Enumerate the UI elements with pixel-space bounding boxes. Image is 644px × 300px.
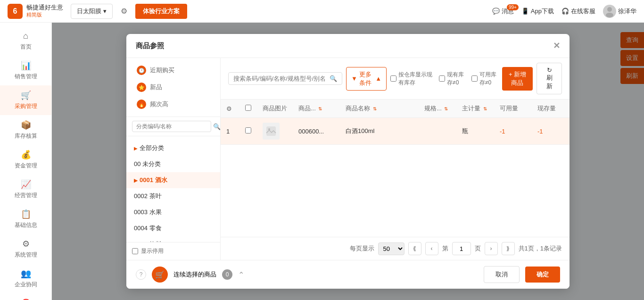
continue-select-label: 连续选择的商品 bbox=[173, 270, 216, 279]
select-all-checkbox[interactable] bbox=[245, 105, 251, 111]
new-product-icon: ⭐ bbox=[137, 83, 146, 92]
category-label: 0004 零食 bbox=[134, 225, 162, 232]
help-button[interactable]: ? bbox=[136, 269, 146, 280]
sidebar-item-basics[interactable]: 📋 基础信息 bbox=[0, 204, 51, 234]
store-selector[interactable]: 日太阳膜 ▾ bbox=[71, 4, 113, 19]
refresh-button[interactable]: ↻ 刷新 bbox=[537, 63, 562, 94]
filter-icon: ▼ bbox=[351, 75, 357, 82]
message-badge: 99+ bbox=[507, 4, 519, 10]
show-disabled-checkbox[interactable] bbox=[132, 248, 138, 254]
col-spec-label: 规格... bbox=[424, 105, 442, 112]
modal-overlay: 商品参照 ✕ 🕐 近期购买 ⭐ 新品 bbox=[52, 23, 644, 300]
add-product-button[interactable]: + 新增商品 bbox=[502, 67, 533, 91]
page-next-button[interactable]: › bbox=[485, 242, 498, 255]
sidebar-item-collab[interactable]: 👥 企业协同 bbox=[0, 264, 51, 293]
inventory-icon: 📦 bbox=[21, 120, 31, 130]
settings-icon[interactable]: ⚙ bbox=[226, 105, 232, 112]
show-disabled-label: 显示停用 bbox=[141, 247, 164, 255]
warehouse-stock-checkbox[interactable] bbox=[390, 75, 396, 82]
col-unit-label: 主计量 bbox=[462, 105, 480, 112]
cancel-button[interactable]: 取消 bbox=[484, 266, 520, 283]
sidebar-label-home: 首页 bbox=[20, 43, 32, 51]
sidebar-item-finance[interactable]: 💰 资金管理 bbox=[0, 145, 51, 175]
high-freq-icon: 🔥 bbox=[137, 100, 146, 109]
page-label: 第 bbox=[442, 244, 448, 253]
sidebar-label-system: 系统管理 bbox=[15, 251, 37, 259]
category-search-icon[interactable]: 🔍 bbox=[213, 123, 221, 130]
category-label: 0002 茶叶 bbox=[134, 192, 162, 200]
tab-new-products[interactable]: ⭐ 新品 bbox=[132, 79, 215, 96]
recent-label: 近期购买 bbox=[150, 66, 174, 75]
col-code-label: 商品... bbox=[298, 105, 316, 112]
page-last-button[interactable]: ⟫ bbox=[502, 242, 515, 255]
modal-close-button[interactable]: ✕ bbox=[553, 41, 560, 51]
pagination-bar: 每页显示 50 100 200 ⟪ ‹ 第 页 › bbox=[221, 237, 570, 260]
page-first-button[interactable]: ⟪ bbox=[408, 242, 421, 255]
current-stock-checkbox[interactable] bbox=[439, 75, 445, 82]
category-search-input[interactable] bbox=[132, 121, 211, 132]
user-profile-button[interactable]: 徐泽华 bbox=[603, 5, 636, 18]
sidebar-item-home[interactable]: ⌂ 首页 bbox=[0, 26, 51, 56]
page-number-input[interactable] bbox=[452, 242, 471, 255]
filter-checkboxes: 按仓库显示现有库存 现有库存≠0 可用库存≠0 bbox=[390, 71, 498, 87]
category-item-all[interactable]: ▶ 全部分类 bbox=[126, 140, 220, 156]
new-product-label: 新品 bbox=[150, 83, 162, 92]
col-code-header[interactable]: 商品... ⇅ bbox=[293, 100, 340, 118]
arrow-icon: ▶ bbox=[134, 178, 138, 183]
category-item-snack[interactable]: 0004 零食 bbox=[126, 220, 220, 236]
sidebar-item-operations[interactable]: 📈 经营管理 bbox=[0, 175, 51, 204]
main-content: 查询 设置 刷新 商品参照 ✕ 🕐 近期购买 bbox=[52, 23, 644, 300]
tab-high-frequency[interactable]: 🔥 频次高 bbox=[132, 96, 215, 113]
gear-icon[interactable]: ⚙ bbox=[116, 4, 132, 19]
product-reference-modal: 商品参照 ✕ 🕐 近期购买 ⭐ 新品 bbox=[126, 34, 570, 289]
row-stock: -1 bbox=[532, 118, 570, 145]
col-name-header[interactable]: 商品名称 ⇅ bbox=[340, 100, 419, 118]
sidebar-item-system[interactable]: ⚙ 系统管理 bbox=[0, 234, 51, 264]
chevron-down-icon: ▾ bbox=[103, 8, 107, 15]
checkbox-available-ne0[interactable]: 可用库存≠0 bbox=[471, 71, 498, 87]
app-download-button[interactable]: 📱 App下载 bbox=[521, 7, 554, 16]
row-checkbox[interactable] bbox=[245, 127, 251, 133]
sidebar-label-basics: 基础信息 bbox=[15, 221, 37, 229]
table-row[interactable]: 1 bbox=[221, 118, 570, 145]
category-item-liquor[interactable]: ▶ 0001 酒水 bbox=[126, 172, 220, 188]
col-stock-header: 现存量 bbox=[532, 100, 570, 118]
category-item-beverage[interactable]: 0005 饮料 bbox=[126, 236, 220, 242]
main-layout: ⌂ 首页 📊 销售管理 🛒 采购管理 📦 库存核算 💰 资金管理 📈 经营管理 … bbox=[0, 23, 644, 300]
checkbox-warehouse-stock[interactable]: 按仓库显示现有库存 bbox=[390, 71, 433, 87]
tab-recent-purchase[interactable]: 🕐 近期购买 bbox=[132, 62, 215, 79]
available-stock-checkbox[interactable] bbox=[471, 75, 478, 82]
table-header-row: ⚙ 商品图片 商品... ⇅ bbox=[221, 100, 570, 118]
online-service-button[interactable]: 🎧 在线客服 bbox=[561, 7, 595, 16]
action-left: ? 🛒 连续选择的商品 0 ⌃ bbox=[136, 267, 478, 283]
svg-point-0 bbox=[607, 7, 612, 12]
sort-code-icon: ⇅ bbox=[318, 106, 322, 111]
category-item-unclassified[interactable]: 00 未分类 bbox=[126, 156, 220, 172]
cart-button[interactable]: 🛒 bbox=[152, 267, 168, 283]
collapse-arrow-icon[interactable]: ⌃ bbox=[238, 270, 244, 279]
sidebar-item-sales[interactable]: 📊 销售管理 bbox=[0, 56, 51, 85]
message-icon: 💬 bbox=[492, 8, 500, 15]
col-spec-header[interactable]: 规格... ⇅ bbox=[419, 100, 456, 118]
sidebar-item-inventory[interactable]: 📦 库存核算 bbox=[0, 115, 51, 145]
product-search-input[interactable] bbox=[233, 75, 328, 82]
quick-select-tabs: 🕐 近期购买 ⭐ 新品 🔥 频次高 bbox=[126, 58, 220, 117]
category-item-tea[interactable]: 0002 茶叶 bbox=[126, 188, 220, 204]
svg-point-1 bbox=[606, 13, 613, 17]
filter-button[interactable]: ▼ 更多条件 ▲ bbox=[346, 67, 387, 91]
row-check[interactable] bbox=[239, 118, 257, 145]
product-search-bar[interactable]: 🔍 bbox=[228, 72, 342, 85]
page-prev-button[interactable]: ‹ bbox=[425, 242, 438, 255]
per-page-select[interactable]: 50 100 200 bbox=[378, 242, 405, 255]
cta-button[interactable]: 体验行业方案 bbox=[135, 4, 187, 19]
sort-name-icon: ⇅ bbox=[373, 106, 377, 111]
col-unit-header[interactable]: 主计量 ⇅ bbox=[456, 100, 494, 118]
category-item-fruit[interactable]: 0003 水果 bbox=[126, 204, 220, 220]
checkbox-current-ne0[interactable]: 现有库存≠0 bbox=[439, 71, 466, 87]
avatar bbox=[603, 5, 616, 18]
confirm-button[interactable]: 确定 bbox=[525, 267, 560, 283]
messages-button[interactable]: 💬 消息 99+ bbox=[492, 7, 514, 16]
sidebar-item-guide[interactable]: 🎯 新手引导 bbox=[0, 293, 51, 300]
sidebar-item-purchase[interactable]: 🛒 采购管理 bbox=[0, 85, 51, 115]
page-total-info: 共1页，1条记录 bbox=[519, 244, 562, 253]
